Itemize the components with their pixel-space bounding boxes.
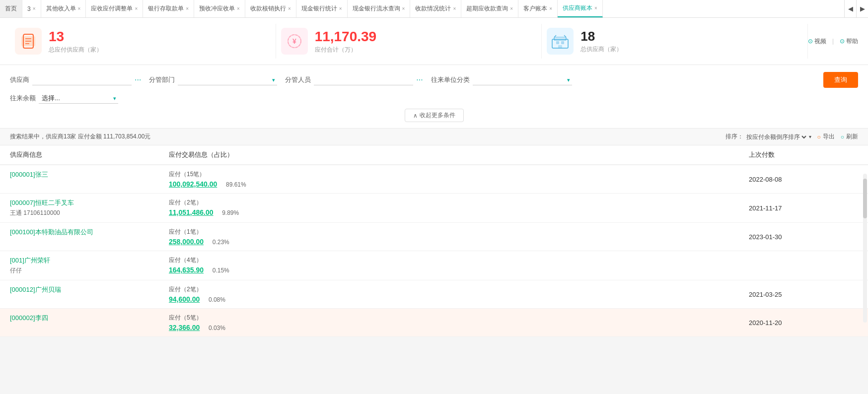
collapse-button[interactable]: ∧ 收起更多条件 — [405, 109, 464, 122]
nav-tab-close-ar-ap-adjust[interactable]: × — [135, 6, 138, 11]
scrollbar-track[interactable] — [863, 174, 867, 323]
nav-tab-bank-deposit[interactable]: 银行存取款单× — [143, 0, 194, 17]
filter-row-1: 供应商 ··· 分管部门 ▾ 分管人员 ··· 往来单位分类 — [10, 72, 858, 88]
refresh-button[interactable]: ○ 刷新 — [841, 132, 858, 141]
payable-total-number: 11,170.39 — [315, 28, 377, 45]
row-transaction-3: 应付（4笔） 164,635.90 0.15% — [169, 256, 749, 275]
row-lastpay-2: 2023-01-30 — [749, 228, 858, 246]
suppliers-payable-icon — [15, 28, 42, 55]
table-row: [000012]广州贝瑞 应付（2笔） 94,600.00 0.08% 2021… — [0, 280, 868, 309]
search-button[interactable]: 查询 — [823, 72, 858, 88]
export-button[interactable]: ○ 导出 — [817, 132, 835, 141]
supplier-link-5[interactable]: [000002]李四 — [10, 314, 169, 323]
tx-amount-link-3[interactable]: 164,635.90 — [169, 266, 204, 274]
tx-label-2: 应付（1笔） — [169, 228, 749, 236]
svg-rect-9 — [554, 37, 566, 40]
nav-tab-other-income[interactable]: 其他收入单× — [41, 0, 86, 17]
nav-tab-close-cash-stat[interactable]: × — [339, 6, 342, 11]
balance-select-wrapper: 选择... ▾ — [39, 93, 118, 104]
nav-arrow-right[interactable]: ▶ — [856, 0, 868, 18]
nav-tab-close-bank-deposit[interactable]: × — [186, 6, 189, 11]
table-row: [000007]恒旺二手叉车 王通 17106110000 应付（2笔） 11,… — [0, 194, 868, 223]
supplier-link-0[interactable]: [000001]张三 — [10, 170, 169, 179]
summary-card-total-suppliers: 18 总供应商（家） — [542, 24, 808, 59]
tx-amount-link-2[interactable]: 258,000.00 — [169, 238, 204, 246]
nav-tab-close-prepay-ar[interactable]: × — [237, 6, 240, 11]
summary-bar: 13 总应付供应商（家） ¥ 11,170.39 应付合计（万） — [0, 18, 868, 65]
nav-tab-close-cash-flow[interactable]: × — [402, 6, 405, 11]
supplier-dots[interactable]: ··· — [135, 75, 141, 84]
tx-amount-link-1[interactable]: 11,051,486.00 — [169, 208, 214, 216]
tx-amount-row-3: 164,635.90 0.15% — [169, 266, 749, 274]
tx-percent-3: 0.15% — [213, 267, 229, 274]
supplier-subinfo-1: 王通 17106110000 — [10, 209, 169, 217]
nav-tab-tab3[interactable]: 3× — [22, 0, 41, 17]
person-input[interactable] — [314, 74, 413, 85]
total-suppliers-label: 总供应商（家） — [580, 45, 622, 54]
nav-tab-overdue-ar[interactable]: 超期应收款查询× — [461, 0, 518, 17]
col-header-supplier: 供应商信息 — [10, 150, 169, 159]
nav-tab-cash-flow[interactable]: 现金银行流水查询× — [348, 0, 411, 17]
row-lastpay-0: 2022-08-08 — [749, 170, 858, 188]
supplier-link-3[interactable]: [001]广州荣轩 — [10, 256, 169, 265]
dept-select[interactable] — [178, 74, 277, 85]
filter-supplier: 供应商 ··· — [10, 74, 141, 85]
help-link[interactable]: ⊙ 帮助 — [840, 37, 858, 46]
person-dots[interactable]: ··· — [416, 75, 423, 84]
nav-tab-ar-ap-adjust[interactable]: 应收应付调整单× — [86, 0, 143, 17]
nav-tab-close-receipt-verify[interactable]: × — [288, 6, 291, 11]
nav-tab-close-receipt-stat[interactable]: × — [453, 6, 456, 11]
table-row: [000001]张三 应付（15笔） 100,092,540.00 89.61%… — [0, 165, 868, 194]
top-navigation: 首页3×其他收入单×应收应付调整单×银行存取款单×预收冲应收单×收款核销执行×现… — [0, 0, 868, 18]
supplier-input[interactable] — [32, 74, 132, 85]
tx-amount-link-0[interactable]: 100,092,540.00 — [169, 180, 217, 188]
row-transaction-1: 应付（2笔） 11,051,486.00 9.89% — [169, 198, 749, 217]
nav-tab-cash-stat[interactable]: 现金银行统计× — [296, 0, 348, 17]
tx-percent-1: 9.89% — [222, 209, 239, 216]
sort-chevron-icon: ▾ — [809, 134, 811, 139]
filter-category: 往来单位分类 ▾ — [431, 74, 572, 85]
nav-tab-prepay-ar[interactable]: 预收冲应收单× — [194, 0, 245, 17]
supplier-link-2[interactable]: [000100]本特勤油品有限公司 — [10, 228, 169, 237]
category-select[interactable] — [473, 74, 572, 85]
tx-label-5: 应付（5笔） — [169, 314, 749, 322]
tx-label-4: 应付（2笔） — [169, 285, 749, 294]
balance-label: 往来余额 — [10, 94, 36, 103]
payable-total-icon: ¥ — [281, 28, 308, 55]
nav-tab-close-tab3[interactable]: × — [33, 6, 36, 11]
suppliers-payable-number: 13 — [49, 28, 102, 45]
supplier-link-1[interactable]: [000007]恒旺二手叉车 — [10, 198, 169, 207]
nav-tab-close-other-income[interactable]: × — [78, 6, 81, 11]
nav-tab-close-supplier-book[interactable]: × — [594, 5, 597, 11]
row-lastpay-1: 2021-11-17 — [749, 198, 858, 217]
nav-tab-receipt-stat[interactable]: 收款情况统计× — [410, 0, 461, 17]
table-rows-container: [000001]张三 应付（15笔） 100,092,540.00 89.61%… — [0, 165, 868, 337]
sort-select-wrapper: 排序： 按应付余额倒序排序 ▾ — [725, 132, 811, 141]
filter-balance: 往来余额 选择... ▾ — [10, 93, 118, 104]
table-row: [000100]本特勤油品有限公司 应付（1笔） 258,000.00 0.23… — [0, 223, 868, 251]
nav-tab-supplier-book[interactable]: 供应商账本× — [558, 0, 603, 17]
table-header: 供应商信息 应付交易信息（占比） 上次付数 — [0, 145, 868, 165]
supplier-link-4[interactable]: [000012]广州贝瑞 — [10, 285, 169, 294]
row-supplier-5: [000002]李四 — [10, 314, 169, 331]
nav-tab-home[interactable]: 首页 — [0, 0, 22, 17]
nav-arrow-left[interactable]: ◀ — [844, 0, 856, 18]
video-link[interactable]: ⊙ 视频 — [808, 37, 826, 46]
nav-tab-receipt-verify[interactable]: 收款核销执行× — [245, 0, 296, 17]
nav-tab-customer-book[interactable]: 客户账本× — [518, 0, 558, 17]
scrollbar-thumb[interactable] — [863, 179, 867, 218]
filter-area: 供应商 ··· 分管部门 ▾ 分管人员 ··· 往来单位分类 — [0, 65, 868, 129]
sort-select[interactable]: 按应付余额倒序排序 — [744, 133, 808, 141]
category-label: 往来单位分类 — [431, 75, 470, 84]
total-suppliers-info: 18 总供应商（家） — [580, 29, 622, 54]
export-circle-icon: ○ — [817, 133, 821, 140]
tx-amount-link-5[interactable]: 32,366.00 — [169, 324, 200, 331]
summary-card-suppliers-payable: 13 总应付供应商（家） — [10, 24, 276, 59]
tx-amount-link-4[interactable]: 94,600.00 — [169, 295, 200, 303]
payable-total-label: 应付合计（万） — [315, 46, 377, 54]
balance-select[interactable]: 选择... — [39, 93, 118, 104]
nav-tab-close-customer-book[interactable]: × — [549, 6, 552, 11]
nav-tab-close-overdue-ar[interactable]: × — [510, 6, 513, 11]
suppliers-payable-info: 13 总应付供应商（家） — [49, 28, 102, 55]
dept-label: 分管部门 — [149, 75, 175, 84]
